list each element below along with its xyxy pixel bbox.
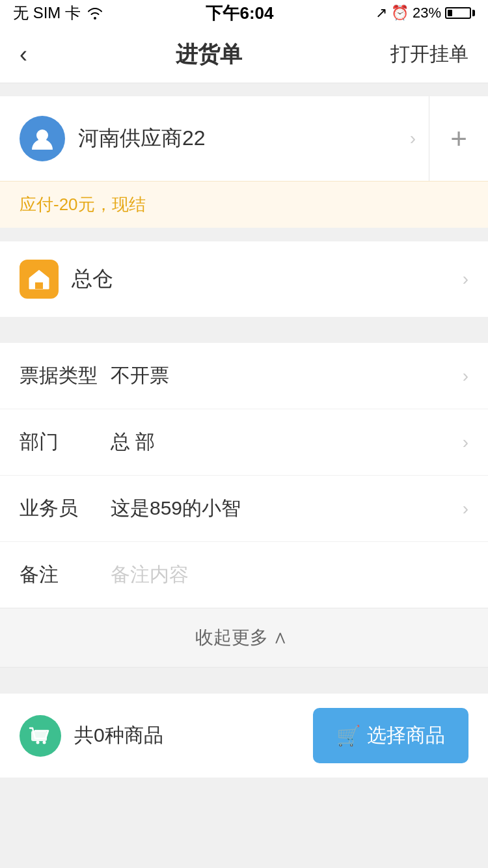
invoice-type-row[interactable]: 票据类型 不开票 › (0, 343, 488, 409)
form-section: 票据类型 不开票 › 部门 总 部 › 业务员 这是859的小智 › 备注 备注… (0, 343, 488, 608)
section-gap-4 (0, 668, 488, 681)
cart-icon (29, 724, 52, 748)
department-value: 总 部 (111, 429, 456, 455)
notice-text: 应付-20元，现结 (20, 195, 146, 214)
department-label: 部门 (20, 429, 111, 455)
collapse-bar[interactable]: 收起更多 ∧ (0, 608, 488, 668)
remark-row[interactable]: 备注 备注内容 (0, 542, 488, 608)
svg-rect-1 (35, 282, 43, 289)
section-gap-3 (0, 317, 488, 330)
supplier-section: 河南供应商22 › + (0, 96, 488, 181)
department-chevron: › (463, 432, 468, 453)
status-time: 下午6:04 (206, 2, 273, 25)
section-gap-1 (0, 83, 488, 96)
battery-percent: 23% (413, 5, 441, 21)
svg-point-4 (43, 740, 46, 744)
supplier-selector[interactable]: 河南供应商22 › (0, 96, 429, 181)
salesperson-label: 业务员 (20, 495, 111, 522)
chevron-right-icon: › (397, 128, 429, 149)
warehouse-building-icon (27, 267, 51, 292)
salesperson-chevron: › (463, 498, 468, 519)
salesperson-value: 这是859的小智 (111, 495, 456, 522)
invoice-type-chevron: › (463, 366, 468, 387)
back-button[interactable]: ‹ (20, 41, 27, 68)
product-icon-container (20, 715, 61, 757)
status-right: ↗ ⏰ 23% (375, 5, 475, 21)
status-left: 无 SIM 卡 (13, 3, 104, 23)
warehouse-icon-container (20, 260, 59, 299)
notice-bar: 应付-20元，现结 (0, 181, 488, 228)
page-title: 进货单 (176, 40, 242, 70)
add-supplier-button[interactable]: + (429, 122, 488, 155)
wifi-icon (86, 7, 104, 20)
warehouse-section[interactable]: 总仓 › (0, 241, 488, 317)
salesperson-row[interactable]: 业务员 这是859的小智 › (0, 476, 488, 542)
supplier-avatar (20, 116, 65, 161)
department-row[interactable]: 部门 总 部 › (0, 409, 488, 476)
battery-icon (445, 7, 475, 19)
remark-placeholder[interactable]: 备注内容 (111, 562, 468, 588)
svg-point-3 (36, 740, 40, 744)
open-pending-button[interactable]: 打开挂单 (390, 41, 468, 68)
carrier-label: 无 SIM 卡 (13, 3, 81, 23)
warehouse-name: 总仓 (72, 265, 463, 293)
alarm-icon: ⏰ (391, 5, 409, 21)
nav-bar: ‹ 进货单 打开挂单 (0, 26, 488, 83)
remark-label: 备注 (20, 562, 111, 588)
background-area (0, 778, 488, 868)
product-footer: 共0种商品 🛒 选择商品 (0, 694, 488, 778)
status-bar: 无 SIM 卡 下午6:04 ↗ ⏰ 23% (0, 0, 488, 26)
invoice-type-value: 不开票 (111, 362, 456, 389)
select-product-label: 选择商品 (367, 722, 445, 749)
select-product-icon: 🛒 (336, 724, 360, 747)
product-count-label: 共0种商品 (74, 722, 313, 749)
collapse-label: 收起更多 ∧ (195, 625, 288, 650)
invoice-type-label: 票据类型 (20, 362, 111, 389)
supplier-name: 河南供应商22 (78, 124, 397, 153)
location-icon: ↗ (375, 5, 387, 21)
warehouse-chevron-icon: › (463, 269, 468, 290)
select-product-button[interactable]: 🛒 选择商品 (313, 708, 468, 763)
section-gap-2 (0, 228, 488, 241)
person-icon (29, 125, 56, 152)
